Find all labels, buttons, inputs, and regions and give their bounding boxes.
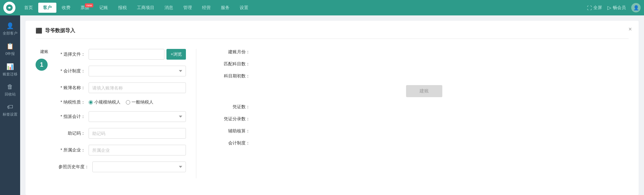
match-subjects-label: 匹配科目数： bbox=[220, 61, 250, 67]
panel-header: ⬛ 导爷数据导入 bbox=[36, 27, 629, 39]
sidebar-item-all-customers[interactable]: 👤 全部客户 bbox=[0, 19, 20, 39]
aux-accounting-label: 辅助核算： bbox=[220, 128, 250, 134]
import-panel: ⬛ 导爷数据导入 × 建账 1 * 选择文件： +浏览 bbox=[26, 21, 639, 195]
ledger-name-input[interactable] bbox=[89, 82, 186, 93]
svg-point-1 bbox=[9, 7, 10, 9]
company-input[interactable] bbox=[89, 145, 186, 155]
member-button[interactable]: ▷ 畅会员 bbox=[607, 5, 626, 11]
migration-icon: 📊 bbox=[6, 63, 14, 70]
nav-item-customer[interactable]: 客户 bbox=[38, 3, 56, 13]
tax-nature-row: * 纳税性质： 小规模纳税人 一般纳税人 bbox=[58, 99, 186, 105]
sidebar-item-migration[interactable]: 📊 账套迁移 bbox=[0, 60, 20, 80]
form-layout: 建账 1 * 选择文件： +浏览 * 会计制度： bbox=[36, 49, 629, 178]
accountant-label: * 指派会计： bbox=[58, 114, 85, 120]
tags-icon: 🏷 bbox=[7, 104, 13, 111]
close-button[interactable]: × bbox=[628, 26, 632, 32]
avatar[interactable]: 👤 bbox=[631, 3, 641, 12]
tax-option2-text: 一般纳税人 bbox=[132, 99, 153, 105]
tax-nature-label: * 纳税性质： bbox=[58, 99, 85, 105]
company-row: * 所属企业： bbox=[58, 145, 186, 155]
nav-item-manage[interactable]: 管理 bbox=[179, 3, 197, 13]
sidebar: 👤 全部客户 📋 0申报 📊 账套迁移 🗑 回收站 🏷 标签设置 bbox=[0, 15, 20, 195]
nav-items: 首页 客户 收费 票据 new 记账 报税 工商项目 消息 管理 经营 服务 设… bbox=[19, 3, 587, 13]
vertical-divider bbox=[196, 49, 196, 178]
voucher-count-row: 凭证数： bbox=[220, 104, 629, 110]
ref-year-select[interactable] bbox=[92, 161, 186, 172]
voucher-entries-label: 凭证分录数： bbox=[220, 116, 250, 122]
nav-item-business[interactable]: 工商项目 bbox=[132, 3, 159, 13]
memo-input[interactable] bbox=[89, 128, 186, 139]
right-accounting-system-row: 会计制度： bbox=[220, 140, 629, 146]
nav-item-settings[interactable]: 设置 bbox=[235, 3, 253, 13]
sidebar-item-label: 账套迁移 bbox=[3, 72, 17, 77]
sidebar-item-label: 全部客户 bbox=[3, 31, 17, 36]
nav-right: ⛶ 全屏 ▷ 畅会员 👤 bbox=[587, 3, 641, 12]
tax-nature-group: 小规模纳税人 一般纳税人 bbox=[89, 99, 153, 105]
accountant-select[interactable] bbox=[89, 111, 186, 122]
file-control-wrap: +浏览 bbox=[89, 49, 186, 60]
sidebar-item-declaration[interactable]: 📋 0申报 bbox=[0, 39, 20, 60]
nav-item-home[interactable]: 首页 bbox=[19, 3, 38, 13]
tax-option1-text: 小规模纳税人 bbox=[94, 99, 120, 105]
ledger-name-row: * 账簿名称： bbox=[58, 82, 186, 93]
voucher-count-label: 凭证数： bbox=[220, 104, 250, 110]
sidebar-item-label: 标签设置 bbox=[3, 112, 17, 117]
panel-title: 导爷数据导入 bbox=[45, 27, 75, 34]
tax-option1-label[interactable]: 小规模纳税人 bbox=[89, 99, 120, 105]
fullscreen-button[interactable]: ⛶ 全屏 bbox=[587, 5, 602, 11]
all-customers-icon: 👤 bbox=[6, 22, 14, 29]
sidebar-item-trash[interactable]: 🗑 回收站 bbox=[0, 80, 20, 100]
main-content: ⬛ 导爷数据导入 × 建账 1 * 选择文件： +浏览 bbox=[20, 15, 644, 195]
voucher-entries-row: 凭证分录数： bbox=[220, 116, 629, 122]
app-logo[interactable] bbox=[3, 2, 15, 14]
subject-init-row: 科目期初数： bbox=[220, 73, 629, 79]
subject-init-label: 科目期初数： bbox=[220, 73, 250, 79]
file-label: * 选择文件： bbox=[58, 51, 85, 57]
right-accounting-system-label: 会计制度： bbox=[220, 140, 250, 146]
nav-item-tax[interactable]: 报税 bbox=[113, 3, 132, 13]
build-month-row: 建账月份： bbox=[220, 49, 629, 55]
file-row: * 选择文件： +浏览 bbox=[58, 49, 186, 60]
ledger-name-label: * 账簿名称： bbox=[58, 85, 85, 91]
step-badge: 1 bbox=[36, 59, 48, 71]
form-right: 建账月份： 匹配科目数： 科目期初数： 建账 凭证数： bbox=[206, 49, 629, 178]
nav-item-invoice[interactable]: 票据 new bbox=[76, 3, 94, 13]
memo-label: 助记码： bbox=[58, 130, 85, 136]
new-badge: new bbox=[85, 3, 93, 7]
ref-year-label: 参照历史年度： bbox=[58, 164, 89, 170]
sidebar-item-label: 0申报 bbox=[5, 51, 15, 56]
nav-item-operation[interactable]: 经营 bbox=[197, 3, 215, 13]
nav-item-fees[interactable]: 收费 bbox=[57, 3, 75, 13]
tax-radio-small[interactable] bbox=[89, 100, 93, 105]
sidebar-item-tags[interactable]: 🏷 标签设置 bbox=[0, 100, 20, 120]
file-input[interactable] bbox=[89, 49, 164, 60]
step-section-label: 建账 bbox=[40, 49, 48, 55]
sidebar-item-label: 回收站 bbox=[5, 92, 16, 97]
company-label: * 所属企业： bbox=[58, 147, 85, 153]
tax-option2-label[interactable]: 一般纳税人 bbox=[126, 99, 153, 105]
accounting-system-row: * 会计制度： bbox=[58, 66, 186, 76]
build-month-label: 建账月份： bbox=[220, 49, 250, 55]
accountant-row: * 指派会计： bbox=[58, 111, 186, 122]
accounting-system-select[interactable] bbox=[89, 66, 186, 76]
member-icon: ▷ bbox=[607, 5, 611, 11]
browse-button[interactable]: +浏览 bbox=[166, 49, 186, 60]
memo-row: 助记码： bbox=[58, 128, 186, 139]
nav-item-bookkeeping[interactable]: 记账 bbox=[95, 3, 113, 13]
ref-year-row: 参照历史年度： bbox=[58, 161, 186, 172]
aux-accounting-row: 辅助核算： bbox=[220, 128, 629, 134]
fullscreen-icon: ⛶ bbox=[587, 5, 592, 11]
match-subjects-row: 匹配科目数： bbox=[220, 61, 629, 67]
member-label: 畅会员 bbox=[613, 5, 626, 11]
avatar-icon: 👤 bbox=[633, 5, 639, 10]
import-icon: ⬛ bbox=[36, 27, 42, 34]
tax-radio-general[interactable] bbox=[126, 100, 130, 105]
nav-item-messages[interactable]: 消息 bbox=[160, 3, 178, 13]
build-account-button[interactable]: 建账 bbox=[406, 85, 442, 97]
form-center: * 选择文件： +浏览 * 会计制度： * 账簿名称： bbox=[58, 49, 186, 178]
fullscreen-label: 全屏 bbox=[593, 5, 602, 11]
top-nav: 首页 客户 收费 票据 new 记账 报税 工商项目 消息 管理 经营 服务 设… bbox=[0, 0, 644, 15]
build-button-wrap: 建账 bbox=[220, 85, 629, 97]
nav-item-service[interactable]: 服务 bbox=[216, 3, 234, 13]
trash-icon: 🗑 bbox=[7, 83, 13, 90]
